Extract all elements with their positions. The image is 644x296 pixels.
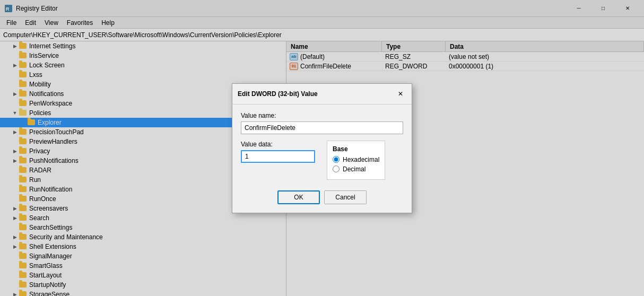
modal-overlay: Edit DWORD (32-bit) Value ✕ Value name: … [0, 0, 644, 296]
value-name-label: Value name: [241, 112, 403, 119]
base-label: Base [333, 145, 379, 153]
value-data-label: Value data: [241, 141, 315, 148]
dialog-body: Value name: Value data: Base Hexadecimal… [232, 105, 412, 213]
radio-hex-label: Hexadecimal [343, 156, 379, 163]
radio-dec-input[interactable] [333, 166, 340, 172]
radio-decimal[interactable]: Decimal [333, 166, 379, 173]
radio-dec-label: Decimal [343, 166, 365, 173]
radio-hexadecimal[interactable]: Hexadecimal [333, 156, 379, 163]
value-name-input[interactable] [241, 121, 403, 134]
radio-hex-input[interactable] [333, 156, 340, 163]
dialog-buttons: OK Cancel [241, 187, 403, 205]
cancel-button[interactable]: Cancel [324, 190, 367, 204]
dialog-title: Edit DWORD (32-bit) Value [238, 90, 318, 98]
value-data-input[interactable] [241, 150, 315, 163]
dialog-title-bar: Edit DWORD (32-bit) Value ✕ [232, 84, 412, 105]
dialog-close-button[interactable]: ✕ [395, 88, 406, 100]
ok-button[interactable]: OK [277, 190, 320, 204]
value-data-row: Value data: Base Hexadecimal Decimal [241, 141, 403, 180]
edit-dword-dialog: Edit DWORD (32-bit) Value ✕ Value name: … [232, 83, 412, 213]
value-data-left: Value data: [241, 141, 315, 180]
base-group: Base Hexadecimal Decimal [327, 141, 385, 180]
